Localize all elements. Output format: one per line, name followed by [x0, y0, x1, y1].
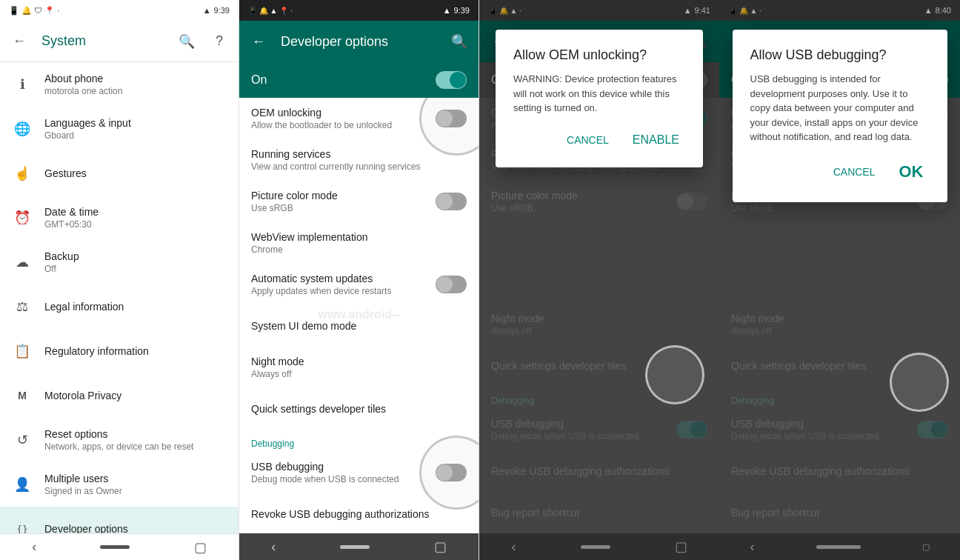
quick-settings-item[interactable]: Quick settings developer tiles — [239, 388, 479, 430]
picture-color-toggle-mid[interactable] — [436, 193, 467, 210]
sidebar-item-developer[interactable]: {} Developer options — [0, 507, 239, 533]
sidebar-item-datetime[interactable]: ⏰ Date & time GMT+05:30 — [0, 196, 239, 240]
night-mode-title-mid: Night mode — [251, 356, 304, 367]
picture-color-sub-mid: Use sRGB — [251, 203, 338, 213]
backup-sub: Off — [44, 264, 227, 274]
picture-color-thumb-mid — [436, 193, 453, 210]
users-label: Multiple users — [44, 473, 227, 484]
oem-cancel-button[interactable]: Cancel — [561, 130, 615, 150]
usb-dialog: Allow USB debugging? USB debugging is in… — [733, 30, 947, 202]
nav-home-mid[interactable] — [340, 545, 370, 549]
auto-updates-toggle-mid[interactable] — [436, 276, 467, 293]
about-phone-label: About phone — [44, 73, 227, 84]
usb-cancel-button[interactable]: Cancel — [827, 159, 881, 184]
on-toggle-mid[interactable] — [436, 71, 467, 89]
webview-sub-mid: Chrome — [251, 244, 367, 255]
toolbar-mid: ← Developer options 🔍 — [239, 21, 479, 62]
right-panel-1: 📱 🔔 ▲ · ▲ 9:41 ← Developer options 🔍 On … — [479, 0, 719, 560]
sidebar-item-regulatory[interactable]: 📋 Regulatory information — [0, 329, 239, 373]
nav-back-mid[interactable]: ‹ — [271, 539, 276, 555]
notification-icons: 📱 🔔 🛡 📍 · — [9, 6, 59, 16]
settings-list-mid: OEM unlocking Allow the bootloader to be… — [239, 98, 479, 533]
sidebar-item-legal[interactable]: ⚖ Legal information — [0, 284, 239, 329]
oem-unlocking-item[interactable]: OEM unlocking Allow the bootloader to be… — [239, 98, 479, 139]
search-button-left[interactable]: 🔍 — [173, 28, 200, 55]
middle-panel: 📱 🔔 ▲ 📍 · ▲ 9:39 ← Developer options 🔍 O… — [239, 0, 479, 560]
backup-icon: ☁ — [12, 252, 33, 273]
oem-toggle-mid[interactable] — [436, 110, 467, 127]
auto-updates-title-mid: Automatic system updates — [251, 273, 391, 284]
datetime-label: Date & time — [44, 206, 227, 218]
regulatory-icon: 📋 — [12, 341, 33, 361]
time-left: 9:39 — [214, 6, 230, 15]
oem-dialog-actions: Cancel Enable — [513, 130, 685, 150]
developer-label: Developer options — [44, 523, 227, 533]
oem-toggle-thumb-mid — [436, 110, 453, 127]
back-button-left[interactable]: ← — [6, 28, 33, 55]
backup-label: Backup — [44, 250, 227, 262]
usb-debug-sub-mid: Debug mode when USB is connected — [251, 474, 399, 484]
night-mode-item[interactable]: Night mode Always off — [239, 347, 479, 388]
usb-debug-title-mid: USB debugging — [251, 461, 399, 473]
gesture-icon: ☝ — [12, 163, 33, 184]
oem-sub-mid: Allow the bootloader to be unlocked — [251, 120, 392, 130]
status-bar-mid: 📱 🔔 ▲ 📍 · ▲ 9:39 — [239, 0, 479, 21]
nav-bar-left: ‹ ▢ — [0, 533, 239, 560]
auto-updates-thumb-mid — [436, 276, 453, 293]
revoke-usb-item[interactable]: Revoke USB debugging authorizations — [239, 493, 479, 533]
usb-dialog-actions: Cancel OK — [750, 159, 930, 184]
system-ui-demo-item[interactable]: System UI demo mode — [239, 305, 479, 347]
clock-icon: ⏰ — [12, 207, 33, 228]
system-ui-title-mid: System UI demo mode — [251, 320, 356, 332]
usb-dialog-overlay: Allow USB debugging? USB debugging is in… — [719, 0, 960, 560]
status-bar-left: 📱 🔔 🛡 📍 · ▲ 9:39 — [0, 0, 239, 21]
motorola-privacy-label: Motorola Privacy — [44, 390, 227, 401]
oem-enable-button[interactable]: Enable — [627, 130, 685, 150]
sidebar-item-languages[interactable]: 🌐 Languages & input Gboard — [0, 107, 239, 151]
running-services-item[interactable]: Running services View and control curren… — [239, 139, 479, 181]
webview-title-mid: WebView implementation — [251, 231, 367, 243]
picture-color-title-mid: Picture color mode — [251, 190, 338, 201]
users-icon: 👤 — [12, 474, 33, 495]
auto-updates-sub-mid: Apply updates when device restarts — [251, 286, 391, 296]
search-button-mid[interactable]: 🔍 — [446, 28, 473, 55]
usb-ok-button[interactable]: OK — [893, 159, 930, 184]
nav-home-left[interactable] — [100, 545, 130, 549]
usb-debug-toggle-mid[interactable] — [436, 464, 467, 481]
on-bar-mid: On — [239, 62, 479, 98]
night-mode-sub-mid: Always off — [251, 369, 304, 379]
sidebar-item-motorola-privacy[interactable]: M Motorola Privacy — [0, 373, 239, 418]
nav-bar-mid: ‹ ▢ — [239, 533, 479, 560]
users-sub: Signed in as Owner — [44, 486, 227, 496]
page-title-left: System — [39, 33, 167, 49]
sidebar-item-reset[interactable]: ↺ Reset options Network, apps, or device… — [0, 418, 239, 462]
sidebar-item-about[interactable]: ℹ About phone motorola one action — [0, 62, 239, 107]
mid-wifi: ▲ — [443, 6, 451, 15]
oem-dialog-title: Allow OEM unlocking? — [513, 47, 685, 63]
legal-label: Legal information — [44, 301, 227, 313]
right-panels: 📱 🔔 ▲ · ▲ 9:41 ← Developer options 🔍 On … — [479, 0, 960, 560]
sidebar-item-gestures[interactable]: ☝ Gestures — [0, 151, 239, 196]
toolbar-left: ← System 🔍 ? — [0, 21, 239, 62]
revoke-usb-title-mid: Revoke USB debugging authorizations — [251, 508, 430, 520]
languages-label: Languages & input — [44, 117, 227, 129]
page-title-mid: Developer options — [278, 34, 440, 50]
webview-item[interactable]: WebView implementation Chrome — [239, 222, 479, 264]
sidebar-item-users[interactable]: 👤 Multiple users Signed in as Owner — [0, 462, 239, 507]
datetime-sub: GMT+05:30 — [44, 219, 227, 230]
on-label-mid: On — [251, 73, 267, 87]
help-button-left[interactable]: ? — [206, 28, 233, 55]
picture-color-item[interactable]: Picture color mode Use sRGB — [239, 181, 479, 222]
reset-label: Reset options — [44, 428, 227, 440]
back-button-mid[interactable]: ← — [245, 28, 272, 55]
auto-updates-item[interactable]: Automatic system updates Apply updates w… — [239, 264, 479, 305]
nav-back-left[interactable]: ‹ — [32, 539, 36, 555]
on-toggle-thumb-mid — [450, 72, 466, 88]
sidebar-item-backup[interactable]: ☁ Backup Off — [0, 240, 239, 284]
nav-recents-left[interactable]: ▢ — [194, 539, 207, 556]
gestures-label: Gestures — [44, 167, 227, 179]
nav-recents-mid[interactable]: ▢ — [434, 539, 447, 555]
usb-debug-item[interactable]: USB debugging Debug mode when USB is con… — [239, 452, 479, 493]
time-mid: 9:39 — [454, 6, 470, 15]
usb-debug-thumb-mid — [436, 464, 453, 481]
